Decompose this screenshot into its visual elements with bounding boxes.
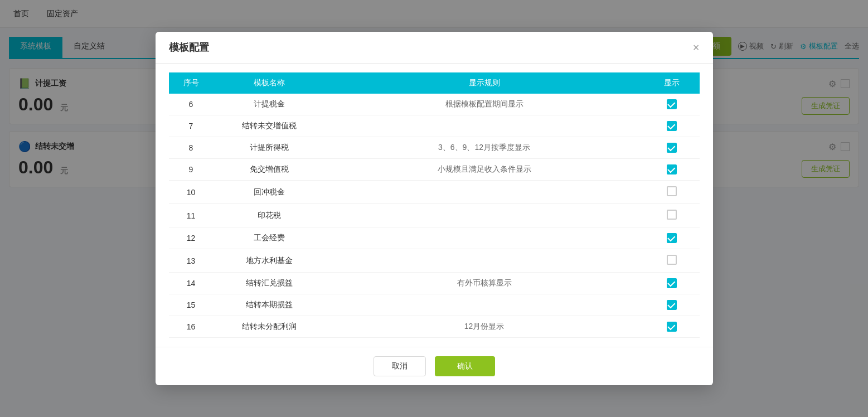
cell-seq: 9 (169, 159, 214, 181)
cell-seq: 14 (169, 273, 214, 294)
cell-checkbox[interactable] (644, 227, 700, 249)
table-header: 序号 模板名称 显示规则 显示 (169, 72, 700, 94)
modal-body: 序号 模板名称 显示规则 显示 6计提税金根据模板配置期间显示7结转未交增值税8… (156, 64, 713, 347)
cell-seq: 13 (169, 249, 214, 273)
col-rule: 显示规则 (325, 72, 644, 94)
cell-name: 免交增值税 (214, 159, 325, 181)
cell-name: 回冲税金 (214, 181, 325, 204)
cell-checkbox[interactable] (644, 94, 700, 115)
cell-checkbox[interactable] (644, 316, 700, 338)
cell-rule (325, 115, 644, 137)
table-scroll-container[interactable]: 序号 模板名称 显示规则 显示 6计提税金根据模板配置期间显示7结转未交增值税8… (169, 72, 700, 338)
cell-seq: 8 (169, 137, 214, 159)
header-row: 序号 模板名称 显示规则 显示 (169, 72, 700, 94)
cell-name: 结转未交增值税 (214, 115, 325, 137)
checkbox-row-4[interactable] (667, 186, 677, 196)
table-row: 10回冲税金 (169, 181, 700, 204)
template-config-modal: 模板配置 × 序号 模板名称 显示规则 显示 6计提税金根据模板配置期间显示7结… (156, 32, 713, 385)
checkbox-row-0[interactable] (667, 99, 677, 109)
cell-seq: 11 (169, 204, 214, 227)
cell-name: 计提税金 (214, 94, 325, 115)
cell-rule (325, 249, 644, 273)
table-row: 9免交增值税小规模且满足收入条件显示 (169, 159, 700, 181)
cell-checkbox[interactable] (644, 294, 700, 316)
checkbox-row-6[interactable] (667, 233, 677, 243)
modal-header: 模板配置 × (156, 32, 713, 64)
cell-checkbox[interactable] (644, 115, 700, 137)
cell-name: 结转未分配利润 (214, 316, 325, 338)
table-row: 14结转汇兑损益有外币核算显示 (169, 273, 700, 294)
cell-checkbox[interactable] (644, 273, 700, 294)
cell-checkbox[interactable] (644, 159, 700, 181)
cell-checkbox[interactable] (644, 137, 700, 159)
table-row: 12工会经费 (169, 227, 700, 249)
cell-seq: 7 (169, 115, 214, 137)
cancel-button[interactable]: 取消 (374, 356, 426, 376)
checkbox-row-5[interactable] (667, 210, 677, 220)
checkbox-row-7[interactable] (667, 255, 677, 265)
table-row: 8计提所得税3、6、9、12月按季度显示 (169, 137, 700, 159)
table-row: 6计提税金根据模板配置期间显示 (169, 94, 700, 115)
cell-name: 结转本期损益 (214, 294, 325, 316)
modal-close-button[interactable]: × (693, 42, 700, 53)
cell-seq: 15 (169, 294, 214, 316)
confirm-button[interactable]: 确认 (435, 356, 495, 376)
col-display: 显示 (644, 72, 700, 94)
cell-seq: 10 (169, 181, 214, 204)
cell-seq: 6 (169, 94, 214, 115)
cell-name: 地方水利基金 (214, 249, 325, 273)
col-name: 模板名称 (214, 72, 325, 94)
table-body: 6计提税金根据模板配置期间显示7结转未交增值税8计提所得税3、6、9、12月按季… (169, 94, 700, 338)
cell-rule (325, 204, 644, 227)
table-row: 13地方水利基金 (169, 249, 700, 273)
cell-checkbox[interactable] (644, 181, 700, 204)
cell-rule: 12月份显示 (325, 316, 644, 338)
modal-title: 模板配置 (169, 41, 209, 54)
cell-rule (325, 294, 644, 316)
cell-rule: 小规模且满足收入条件显示 (325, 159, 644, 181)
cell-rule (325, 227, 644, 249)
cell-checkbox[interactable] (644, 204, 700, 227)
table-row: 16结转未分配利润12月份显示 (169, 316, 700, 338)
cell-checkbox[interactable] (644, 249, 700, 273)
cell-seq: 12 (169, 227, 214, 249)
cell-rule: 3、6、9、12月按季度显示 (325, 137, 644, 159)
modal-footer: 取消 确认 (156, 347, 713, 385)
cell-name: 印花税 (214, 204, 325, 227)
cell-rule: 有外币核算显示 (325, 273, 644, 294)
checkbox-row-3[interactable] (667, 164, 677, 174)
col-seq: 序号 (169, 72, 214, 94)
checkbox-row-1[interactable] (667, 121, 677, 131)
cell-seq: 16 (169, 316, 214, 338)
checkbox-row-9[interactable] (667, 300, 677, 310)
cell-name: 工会经费 (214, 227, 325, 249)
config-table: 序号 模板名称 显示规则 显示 6计提税金根据模板配置期间显示7结转未交增值税8… (169, 72, 700, 338)
table-row: 15结转本期损益 (169, 294, 700, 316)
cell-name: 计提所得税 (214, 137, 325, 159)
cell-rule (325, 181, 644, 204)
checkbox-row-8[interactable] (667, 278, 677, 288)
checkbox-row-2[interactable] (667, 143, 677, 153)
table-row: 11印花税 (169, 204, 700, 227)
table-row: 7结转未交增值税 (169, 115, 700, 137)
cell-name: 结转汇兑损益 (214, 273, 325, 294)
cell-rule: 根据模板配置期间显示 (325, 94, 644, 115)
checkbox-row-10[interactable] (667, 322, 677, 332)
modal-overlay: 模板配置 × 序号 模板名称 显示规则 显示 6计提税金根据模板配置期间显示7结… (0, 0, 868, 417)
